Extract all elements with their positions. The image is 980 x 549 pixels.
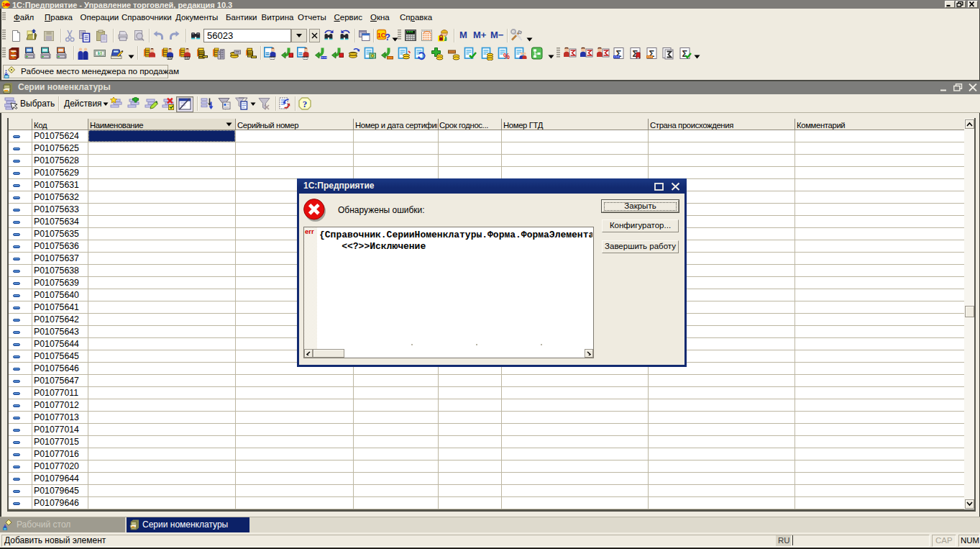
svg-text:?: ? xyxy=(385,32,390,42)
svg-text:?: ? xyxy=(303,99,308,109)
svg-text:$: $ xyxy=(99,50,101,56)
svg-text:%: % xyxy=(503,53,510,60)
